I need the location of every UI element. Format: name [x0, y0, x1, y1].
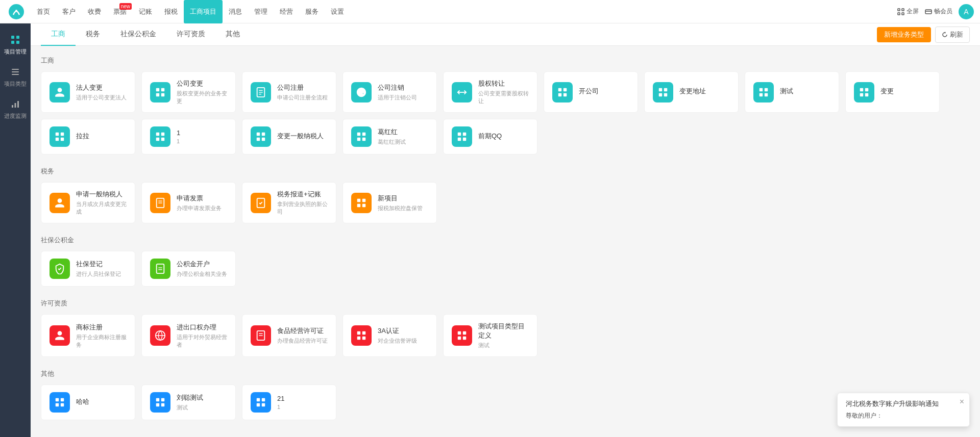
nav-item-settings[interactable]: 设置 [325, 0, 350, 23]
svg-rect-46 [156, 133, 159, 136]
card-desc: 申请公司注册全流程 [277, 94, 328, 101]
nav-item-manage[interactable]: 管理 [248, 0, 274, 23]
svg-rect-45 [61, 138, 64, 141]
card-title: 变更一般纳税人 [277, 132, 324, 141]
card-shangbiao-zhuce[interactable]: 商标注册 用于企业商标注册服务 [41, 314, 135, 357]
new-type-button[interactable]: 新增业务类型 [877, 27, 931, 42]
card-biangeng-dizhi[interactable]: 变更地址 [644, 71, 739, 113]
card-ceshi[interactable]: 测试 [745, 71, 839, 113]
tab-gonshang[interactable]: 工商 [41, 23, 76, 46]
refresh-button[interactable]: 刷新 [935, 27, 970, 43]
card-title: 进出口权办理 [177, 323, 227, 332]
nav-item-customer[interactable]: 客户 [56, 0, 82, 23]
card-desc: 办理申请发票业务 [177, 204, 222, 212]
card-desc: 适用于公司变更法人 [76, 94, 127, 101]
refresh-icon [942, 32, 948, 38]
cards-grid-xuke: 商标注册 用于企业商标注册服务 进出口权办理 适用于对外贸易经营者 食品经营许可… [41, 314, 970, 357]
card-liucong-ceshi[interactable]: 刘聪测试 测试 [141, 384, 236, 420]
svg-rect-29 [564, 93, 567, 96]
card-3a-renzheng[interactable]: 3A认证 对企业信誉评级 [342, 314, 437, 357]
notification-close-button[interactable]: × [960, 397, 964, 406]
svg-rect-13 [12, 74, 19, 75]
card-tax-report[interactable]: 税务报道+记账 拿到营业执照的新公司 [242, 182, 336, 223]
card-title: 股权转让 [478, 79, 529, 88]
card-shebao-dengji[interactable]: 社保登记 进行人员社保登记 [41, 251, 135, 287]
card-kai-gongsi[interactable]: 开公司 [544, 71, 638, 113]
tab-other[interactable]: 其他 [215, 23, 250, 46]
tab-shuiwu[interactable]: 税务 [76, 23, 110, 46]
sidebar-item-project-manage[interactable]: 项目管理 [0, 29, 31, 61]
card-shenqing-yiban[interactable]: 申请一般纳税人 当月或次月成变更完成 [41, 182, 135, 223]
vip-button[interactable]: 畅会员 [925, 7, 952, 16]
card-gongsi-zhuce[interactable]: 公司注册 申请公司注册全流程 [242, 71, 336, 113]
nav-item-ticket[interactable]: 票据 new [107, 0, 133, 23]
card-title: 公司变更 [177, 79, 227, 88]
card-icon [150, 126, 170, 147]
fullscreen-button[interactable]: 全屏 [897, 7, 919, 16]
card-title: 测试 [780, 87, 793, 96]
svg-rect-35 [765, 88, 768, 91]
card-title: 食品经营许可证 [277, 326, 328, 336]
card-biangeng2[interactable]: 变更 [845, 71, 940, 113]
card-gongsi-biangeng[interactable]: 公司变更 股权变更外的业务变更 [141, 71, 236, 113]
card-guquan-zhuanrang[interactable]: 股权转让 公司变更需要股权转让 [443, 71, 537, 113]
section-title-other: 其他 [41, 369, 970, 378]
card-qianqi-qq[interactable]: 前期QQ [443, 119, 537, 155]
section-title-gongshang: 工商 [41, 56, 970, 65]
card-shipin-xuke[interactable]: 食品经营许可证 办理食品经营许可证 [242, 314, 336, 357]
svg-rect-48 [156, 138, 159, 141]
card-shenqing-fapiao[interactable]: 申请发票 办理申请发票业务 [141, 182, 236, 223]
card-one[interactable]: 1 1 [141, 119, 236, 155]
sidebar-item-progress[interactable]: 进度监测 [0, 93, 31, 125]
card-title: 公积金开户 [177, 260, 227, 269]
svg-rect-43 [61, 133, 64, 136]
svg-rect-52 [257, 138, 260, 141]
user-avatar[interactable]: A [959, 4, 974, 19]
sidebar-item-label: 项目类型 [4, 80, 27, 88]
section-title-shuiwu: 税务 [41, 167, 970, 176]
card-haha[interactable]: 哈哈 [41, 384, 135, 420]
svg-rect-88 [61, 403, 64, 406]
svg-rect-6 [925, 10, 932, 14]
content-area: 工商 法人变更 适用于公司变更法人 公司变更 股权变更外的业务变更 [31, 46, 980, 437]
grid-icon [9, 34, 21, 46]
card-gehonghong[interactable]: 葛红红 葛红红测试 [342, 119, 437, 155]
card-icon [150, 392, 170, 413]
nav-item-tax[interactable]: 报税 [158, 0, 184, 23]
section-title-xuke: 许可资质 [41, 299, 970, 308]
svg-rect-26 [558, 88, 561, 91]
section-xuke: 许可资质 商标注册 用于企业商标注册服务 进出口权办理 适用于对外贸易经营者 [41, 299, 970, 357]
card-gongsi-zhuxiao[interactable]: 公司注销 适用于注销公司 [342, 71, 437, 113]
nav-item-home[interactable]: 首页 [31, 0, 56, 23]
svg-rect-37 [765, 93, 768, 96]
nav-item-service[interactable]: 服务 [299, 0, 325, 23]
card-title: 开公司 [579, 87, 599, 96]
card-21[interactable]: 21 1 [242, 384, 336, 420]
card-desc: 拿到营业执照的新公司 [277, 200, 328, 216]
svg-rect-68 [357, 203, 360, 207]
svg-rect-7 [11, 36, 14, 39]
card-gongjijin-kaihu[interactable]: 公积金开户 办理公积金相关业务 [141, 251, 236, 287]
card-new-project[interactable]: 新项目 报税加税控盘保管 [342, 182, 437, 223]
nav-item-bizproject[interactable]: 工商项目 [184, 0, 223, 23]
logo[interactable] [6, 2, 27, 22]
nav-item-fee[interactable]: 收费 [82, 0, 107, 23]
card-desc: 用于企业商标注册服务 [76, 333, 127, 349]
svg-rect-61 [463, 138, 466, 141]
nav-item-operation[interactable]: 经营 [274, 0, 299, 23]
nav-item-message[interactable]: 消息 [223, 0, 248, 23]
main-wrapper: 工商 税务 社保公积金 许可资质 其他 新增业务类型 刷新 工商 法人变更 [31, 23, 980, 437]
tab-shebao[interactable]: 社保公积金 [110, 23, 166, 46]
nav-item-bookkeep[interactable]: 记账 [133, 0, 158, 23]
card-fazhen-biangeng[interactable]: 法人变更 适用于公司变更法人 [41, 71, 135, 113]
sidebar-item-project-type[interactable]: 项目类型 [0, 61, 31, 93]
card-ceshi-xuke[interactable]: 测试项目类型目定义 测试 [443, 314, 537, 357]
card-title: 商标注册 [76, 323, 127, 332]
card-biangeng-yiban[interactable]: 变更一般纳税人 [242, 119, 336, 155]
card-jinchujinkou[interactable]: 进出口权办理 适用于对外贸易经营者 [141, 314, 236, 357]
svg-rect-42 [56, 133, 59, 136]
svg-rect-82 [463, 331, 466, 335]
tab-xuke[interactable]: 许可资质 [166, 23, 215, 46]
card-lala[interactable]: 拉拉 [41, 119, 135, 155]
card-icon [50, 126, 70, 147]
